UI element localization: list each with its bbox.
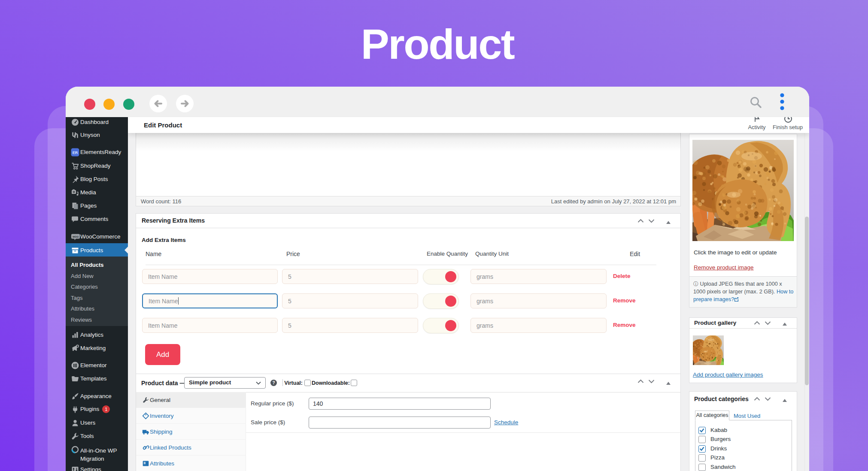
svg-text:ER: ER <box>73 151 78 155</box>
svg-text:WOO: WOO <box>73 236 79 238</box>
